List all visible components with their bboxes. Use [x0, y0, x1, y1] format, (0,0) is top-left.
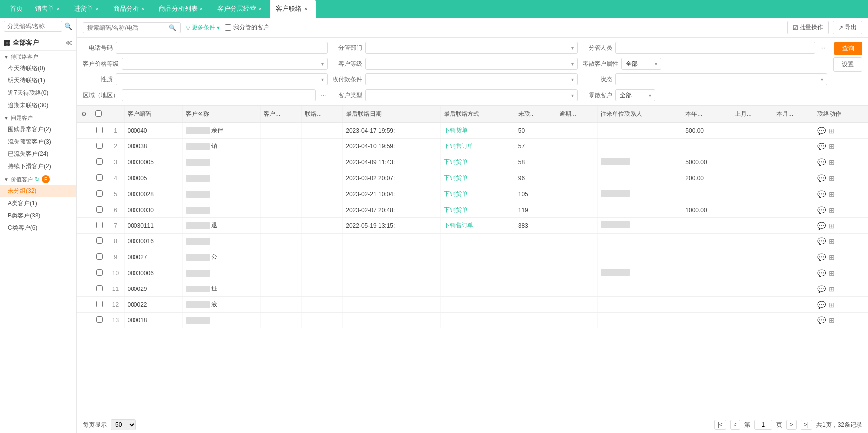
th-last-contact-date[interactable]: 最后联络日期: [343, 106, 440, 123]
sidebar-item-hoard-abnormal[interactable]: 囤购异常客户(2): [0, 123, 76, 136]
filter-price-level-select[interactable]: [122, 58, 328, 70]
row-checkbox-1[interactable]: [96, 143, 103, 149]
grid-action-icon-11[interactable]: ⊞: [829, 301, 835, 309]
grid-action-icon-5[interactable]: ⊞: [829, 206, 835, 214]
grid-action-icon-4[interactable]: ⊞: [829, 190, 835, 198]
row-checkbox-10[interactable]: [96, 285, 103, 291]
sidebar-item-week-pending[interactable]: 近7天待联络(0): [0, 87, 76, 99]
th-this-month[interactable]: 本月...: [773, 106, 814, 123]
sidebar-search-input[interactable]: [4, 21, 62, 32]
message-icon-8[interactable]: 💬: [817, 253, 826, 261]
filter-region-input[interactable]: [122, 89, 316, 101]
tab-sales[interactable]: 销售单 ×: [29, 0, 68, 18]
close-tab-customer-contact[interactable]: ×: [302, 5, 310, 13]
sidebar-collapse-icon[interactable]: ≪: [65, 39, 72, 47]
grid-action-icon-2[interactable]: ⊞: [829, 158, 835, 166]
message-icon-7[interactable]: 💬: [817, 237, 826, 245]
grid-action-icon-7[interactable]: ⊞: [829, 237, 835, 245]
row-checkbox-5[interactable]: [96, 206, 103, 213]
grid-action-icon-12[interactable]: ⊞: [829, 316, 835, 324]
th-type[interactable]: 客户...: [261, 106, 302, 123]
message-icon-2[interactable]: 💬: [817, 158, 826, 166]
grid-action-icon-10[interactable]: ⊞: [829, 285, 835, 293]
sidebar-group-value[interactable]: ▼ 价值客户 ↻ F: [0, 173, 76, 185]
sidebar-item-lost[interactable]: 已流失客户(24): [0, 148, 76, 160]
th-this-year[interactable]: 本年...: [682, 106, 732, 123]
message-icon-3[interactable]: 💬: [817, 174, 826, 182]
sidebar-item-loss-warning[interactable]: 流失预警客户(3): [0, 136, 76, 148]
grid-action-icon-8[interactable]: ⊞: [829, 253, 835, 261]
filter-customer-type-select[interactable]: [365, 89, 577, 101]
th-no-contact[interactable]: 未联...: [515, 106, 556, 123]
method-link-1[interactable]: 下销售订单: [444, 143, 473, 149]
main-search-input[interactable]: [87, 24, 167, 31]
sidebar-item-declining[interactable]: 持续下滑客户(2): [0, 160, 76, 173]
filter-customer-level-select[interactable]: [365, 58, 577, 70]
more-conditions-btn[interactable]: ▽ 更多条件 ▾: [186, 23, 220, 32]
filter-manager-input[interactable]: [615, 42, 815, 54]
tab-customer-tier[interactable]: 客户分层经营 ×: [211, 0, 270, 18]
prev-page-btn[interactable]: <: [730, 420, 740, 430]
row-checkbox-11[interactable]: [96, 301, 103, 307]
method-link-0[interactable]: 下销货单: [444, 127, 467, 134]
method-link-6[interactable]: 下销售订单: [444, 222, 473, 229]
reset-btn[interactable]: 设置: [833, 57, 862, 72]
first-page-btn[interactable]: |<: [714, 420, 726, 430]
filter-status-select[interactable]: [615, 73, 827, 85]
select-all-checkbox[interactable]: [95, 110, 102, 117]
tab-home[interactable]: 首页: [4, 0, 29, 18]
close-tab-goods-analysis[interactable]: ×: [139, 5, 147, 13]
sidebar-item-class-b[interactable]: B类客户(33): [0, 210, 76, 222]
message-icon-12[interactable]: 💬: [817, 316, 826, 324]
per-page-select[interactable]: 50 100 200: [111, 419, 136, 430]
row-checkbox-8[interactable]: [96, 253, 103, 260]
filter-dept-select[interactable]: [365, 42, 577, 54]
tab-purchase[interactable]: 进货单 ×: [68, 0, 107, 18]
sidebar-group-problem[interactable]: ▼ 问题客户: [0, 112, 76, 123]
export-btn[interactable]: ↗ 导出: [833, 21, 862, 34]
th-gear[interactable]: ⚙: [77, 106, 92, 123]
tab-goods-analysis[interactable]: 商品分析 ×: [107, 0, 153, 18]
message-icon-4[interactable]: 💬: [817, 190, 826, 198]
sidebar-search-icon[interactable]: 🔍: [64, 22, 72, 30]
th-overdue[interactable]: 逾期...: [556, 106, 597, 123]
message-icon-10[interactable]: 💬: [817, 285, 826, 293]
message-icon-6[interactable]: 💬: [817, 222, 826, 230]
filter-payment-select[interactable]: [365, 73, 577, 85]
region-more-btn[interactable]: ···: [319, 92, 328, 99]
th-code[interactable]: 客户编码: [124, 106, 182, 123]
sidebar-item-class-a[interactable]: A类客户(1): [0, 197, 76, 210]
filter-phone-input[interactable]: [116, 42, 328, 54]
close-tab-purchase[interactable]: ×: [93, 5, 101, 13]
tab-customer-contact[interactable]: 客户联络 ×: [270, 0, 316, 18]
message-icon-5[interactable]: 💬: [817, 206, 826, 214]
grid-action-icon-0[interactable]: ⊞: [829, 127, 835, 135]
th-contact[interactable]: 联络...: [302, 106, 343, 123]
sidebar-item-class-c[interactable]: C类客户(6): [0, 222, 76, 234]
message-icon-0[interactable]: 💬: [817, 127, 826, 135]
message-icon-11[interactable]: 💬: [817, 301, 826, 309]
method-link-5[interactable]: 下销货单: [444, 206, 467, 213]
row-checkbox-9[interactable]: [96, 269, 103, 276]
th-name[interactable]: 客户名称: [182, 106, 260, 123]
row-checkbox-12[interactable]: [96, 316, 103, 323]
th-contacts[interactable]: 往来单位联系人: [597, 106, 682, 123]
grid-action-icon-6[interactable]: ⊞: [829, 222, 835, 230]
method-link-2[interactable]: 下销货单: [444, 158, 467, 165]
sidebar-all-customers[interactable]: 全部客户 ≪: [0, 35, 76, 51]
sidebar-item-today-pending[interactable]: 今天待联络(0): [0, 62, 76, 74]
sidebar-item-overdue-pending[interactable]: 逾期未联络(30): [0, 99, 76, 112]
filter-nature-select[interactable]: [116, 73, 328, 85]
method-link-3[interactable]: 下销货单: [444, 174, 467, 181]
manager-more-btn[interactable]: ···: [818, 44, 827, 51]
filter-retail-customer-select[interactable]: 全部: [615, 89, 655, 101]
row-checkbox-2[interactable]: [96, 158, 103, 165]
query-btn[interactable]: 查询: [834, 42, 862, 55]
batch-ops-btn[interactable]: ☑ 批量操作: [787, 21, 829, 34]
row-checkbox-4[interactable]: [96, 190, 103, 197]
next-page-btn[interactable]: >: [786, 420, 797, 430]
tab-goods-analysis-list[interactable]: 商品分析列表 ×: [153, 0, 211, 18]
sidebar-item-tomorrow-pending[interactable]: 明天待联络(1): [0, 74, 76, 87]
last-page-btn[interactable]: >|: [801, 420, 812, 430]
grid-action-icon-1[interactable]: ⊞: [829, 143, 835, 150]
